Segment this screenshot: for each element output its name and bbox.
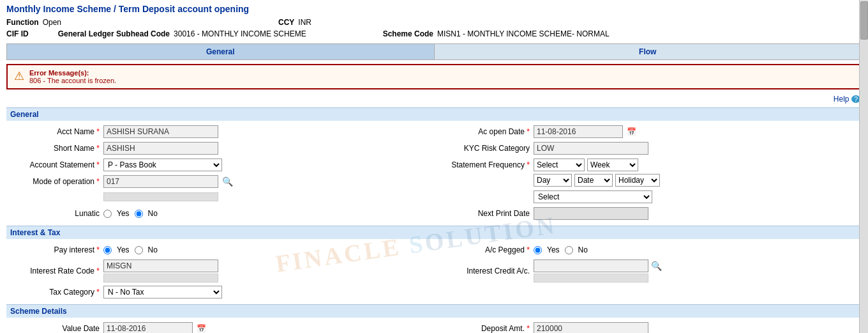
next-print-date-label: Next Print Date bbox=[440, 209, 530, 218]
gl-label: General Ledger Subhead Code bbox=[58, 29, 170, 38]
ac-pegged-yes-label: Yes bbox=[547, 245, 560, 254]
statement-freq-label: Statement Frequency * bbox=[440, 160, 530, 169]
value-date-cal[interactable]: 📅 bbox=[197, 324, 206, 333]
interest-credit-input[interactable] bbox=[534, 259, 648, 272]
function-label: Function bbox=[6, 18, 39, 27]
tab-general[interactable]: General bbox=[7, 44, 435, 59]
acct-name-input[interactable] bbox=[103, 125, 218, 138]
ac-pegged-no-radio[interactable] bbox=[565, 246, 573, 254]
interest-rate-code-label: Interest Rate Code * bbox=[10, 267, 100, 275]
ac-open-date-input[interactable] bbox=[534, 125, 623, 138]
value-date-input[interactable] bbox=[103, 322, 193, 333]
ac-open-date-cal[interactable]: 📅 bbox=[627, 127, 636, 136]
short-name-input[interactable] bbox=[103, 142, 218, 155]
ccy-label: CCY bbox=[278, 18, 294, 27]
lunatic-no-label: No bbox=[148, 209, 158, 218]
account-statement-select[interactable]: P - Pass Book bbox=[103, 159, 222, 171]
cif-id-label: CIF ID bbox=[6, 29, 29, 38]
mode-search-icon[interactable]: 🔍 bbox=[222, 176, 233, 187]
value-date-label: Value Date bbox=[10, 324, 100, 333]
tax-category-select[interactable]: N - No Tax bbox=[103, 286, 222, 298]
tax-category-label: Tax Category * bbox=[10, 288, 100, 297]
deposit-amt-input[interactable] bbox=[534, 322, 648, 333]
kyc-risk-input bbox=[534, 142, 648, 155]
scheme-label: Scheme Code bbox=[383, 29, 433, 38]
pay-interest-no-label: No bbox=[148, 245, 158, 254]
lunatic-no-radio[interactable] bbox=[135, 210, 143, 218]
pay-interest-label: Pay interest * bbox=[10, 245, 100, 254]
pay-interest-yes-radio[interactable] bbox=[103, 246, 112, 254]
page-title: Monthly Income Scheme / Term Deposit acc… bbox=[0, 0, 868, 15]
pay-interest-no-radio[interactable] bbox=[135, 246, 143, 254]
mode-of-operation-label: Mode of operation * bbox=[10, 177, 100, 186]
mode-of-operation-input[interactable] bbox=[103, 175, 218, 188]
interest-rate-code-input[interactable] bbox=[103, 259, 218, 272]
next-print-date-input[interactable] bbox=[534, 207, 648, 220]
lunatic-yes-label: Yes bbox=[117, 209, 130, 218]
statement-freq-holiday-select[interactable]: Holiday bbox=[615, 174, 660, 187]
acct-name-label: Acct Name * bbox=[10, 127, 100, 136]
error-icon: ⚠ bbox=[14, 69, 24, 83]
account-statement-label: Account Statement * bbox=[10, 160, 100, 169]
statement-freq-week-select[interactable]: Week bbox=[587, 159, 638, 171]
statement-freq-day-select[interactable]: Day bbox=[534, 174, 572, 187]
ac-open-date-label: Ac open Date * bbox=[440, 127, 530, 136]
help-link[interactable]: Help ? bbox=[834, 95, 860, 104]
pay-interest-yes-label: Yes bbox=[117, 245, 130, 254]
ac-pegged-no-label: No bbox=[578, 245, 588, 254]
short-name-label: Short Name * bbox=[10, 144, 100, 153]
lunatic-yes-radio[interactable] bbox=[103, 210, 112, 218]
error-message: 806 - The account is frozen. bbox=[29, 77, 116, 84]
scheme-value: MISN1 - MONTHLY INCOME SCHEME- NORMAL bbox=[437, 29, 610, 38]
general-section-title: General bbox=[6, 107, 862, 121]
tab-flow[interactable]: Flow bbox=[435, 44, 862, 59]
statement-freq-date-select[interactable]: Date bbox=[574, 174, 613, 187]
ccy-value: INR bbox=[298, 18, 311, 27]
scheme-details-section-title: Scheme Details bbox=[6, 304, 862, 318]
ac-pegged-label: A/c Pegged * bbox=[440, 245, 530, 254]
deposit-amt-label: Deposit Amt. * bbox=[440, 324, 530, 333]
statement-freq-select[interactable]: Select bbox=[534, 159, 585, 171]
function-value: Open bbox=[43, 18, 61, 27]
error-title: Error Message(s): bbox=[29, 69, 116, 77]
lunatic-label: Lunatic bbox=[10, 209, 100, 218]
ac-pegged-yes-radio[interactable] bbox=[534, 246, 542, 254]
interest-credit-search-icon[interactable]: 🔍 bbox=[651, 261, 662, 271]
interest-tax-section-title: Interest & Tax bbox=[6, 226, 862, 239]
gl-value: 30016 - MONTHLY INCOME SCHEME bbox=[174, 29, 306, 38]
lunatic-select[interactable]: Select bbox=[534, 190, 652, 203]
kyc-risk-label: KYC Risk Category bbox=[440, 144, 530, 153]
interest-credit-label: Interest Credit A/c. bbox=[440, 267, 530, 275]
